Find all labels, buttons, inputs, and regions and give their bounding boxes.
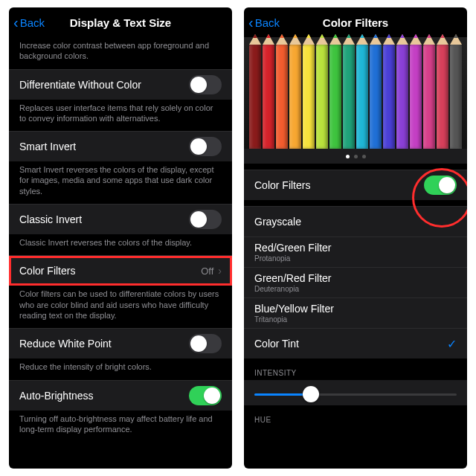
page-dot[interactable] [346, 155, 350, 158]
row-smart-invert[interactable]: Smart Invert [9, 131, 232, 161]
toggle-reduce-white-point[interactable] [189, 334, 222, 353]
hue-header: HUE [244, 405, 467, 427]
screenshot-right: ‹ Back Color Filters Color Filters Grays… [244, 7, 467, 469]
option-red-green[interactable]: Red/Green Filter Protanopia [244, 237, 467, 267]
pencil-icon [383, 45, 395, 149]
checkmark-icon: ✓ [447, 337, 457, 351]
page-title: Color Filters [323, 16, 388, 29]
toggle-differentiate[interactable] [189, 75, 222, 94]
row-label: Color Tint [254, 338, 447, 350]
pencil-icon [276, 45, 288, 149]
page-title: Display & Text Size [70, 16, 171, 29]
option-grayscale[interactable]: Grayscale [244, 206, 467, 237]
row-label: Color Filters [19, 265, 201, 277]
smart-invert-description: Smart Invert reverses the colors of the … [9, 161, 232, 204]
pencil-icon [396, 45, 408, 149]
pencil-icon [450, 45, 462, 149]
toggle-classic-invert[interactable] [189, 210, 222, 229]
pencil-icon [410, 45, 422, 149]
option-color-tint[interactable]: Color Tint ✓ [244, 328, 467, 358]
toggle-auto-brightness[interactable] [189, 386, 222, 405]
pencil-icon [303, 45, 315, 149]
reduce-white-point-description: Reduce the intensity of bright colors. [9, 358, 232, 379]
differentiate-description: Replaces user interface items that rely … [9, 100, 232, 132]
row-label: Auto-Brightness [19, 390, 189, 402]
pencil-icon [343, 45, 355, 149]
chevron-left-icon: ‹ [13, 15, 19, 30]
contrast-description: Increase color contrast between app fore… [9, 37, 232, 69]
row-label: Green/Red Filter Deuteranopia [254, 272, 457, 293]
navbar: ‹ Back Color Filters [244, 7, 467, 37]
auto-brightness-description: Turning off auto-brightness may affect b… [9, 411, 232, 443]
pencil-icon [437, 45, 448, 149]
row-label: Blue/Yellow Filter Tritanopia [254, 303, 457, 324]
row-label: Smart Invert [19, 141, 189, 152]
pencil-icon [263, 45, 274, 149]
pencil-icon [249, 45, 261, 149]
row-color-filters[interactable]: Color Filters Off › [9, 255, 232, 286]
classic-invert-description: Classic Invert reverses the colors of th… [9, 234, 232, 255]
option-green-red[interactable]: Green/Red Filter Deuteranopia [244, 267, 467, 298]
pencil-icon [370, 45, 382, 149]
settings-list[interactable]: Increase color contrast between app fore… [9, 37, 232, 469]
pencil-icon [289, 45, 301, 149]
back-label: Back [255, 16, 280, 29]
row-classic-invert[interactable]: Classic Invert [9, 204, 232, 234]
row-reduce-white-point[interactable]: Reduce White Point [9, 328, 232, 358]
toggle-smart-invert[interactable] [189, 137, 222, 156]
navbar: ‹ Back Display & Text Size [9, 7, 232, 37]
row-label: Color Filters [254, 179, 424, 191]
row-auto-brightness[interactable]: Auto-Brightness [9, 380, 232, 411]
pencil-icon [356, 45, 368, 149]
chevron-right-icon: › [218, 265, 222, 277]
page-dot[interactable] [362, 155, 366, 158]
back-button[interactable]: ‹ Back [248, 15, 280, 30]
screenshot-left: ‹ Back Display & Text Size Increase colo… [9, 7, 232, 469]
row-value: Off [201, 266, 213, 277]
row-label: Reduce White Point [19, 338, 189, 350]
row-label: Differentiate Without Color [19, 79, 189, 91]
intensity-slider[interactable] [244, 380, 467, 405]
pencil-icon [329, 45, 341, 149]
row-color-filters-toggle[interactable]: Color Filters [244, 170, 467, 200]
option-blue-yellow[interactable]: Blue/Yellow Filter Tritanopia [244, 298, 467, 328]
pencil-icon [423, 45, 435, 149]
toggle-color-filters[interactable] [424, 176, 457, 195]
row-differentiate-without-color[interactable]: Differentiate Without Color [9, 69, 232, 100]
intensity-header: INTENSITY [244, 358, 467, 380]
back-button[interactable]: ‹ Back [13, 15, 45, 30]
color-filters-description: Color filters can be used to differentia… [9, 286, 232, 328]
pencil-icon [316, 45, 328, 149]
chevron-left-icon: ‹ [248, 15, 254, 30]
page-dot[interactable] [354, 155, 358, 158]
row-label: Classic Invert [19, 213, 189, 225]
pencil-preview[interactable] [244, 37, 467, 149]
page-indicator[interactable] [244, 149, 467, 164]
row-label: Grayscale [254, 216, 457, 228]
row-label: Red/Green Filter Protanopia [254, 242, 457, 263]
back-label: Back [20, 16, 45, 29]
